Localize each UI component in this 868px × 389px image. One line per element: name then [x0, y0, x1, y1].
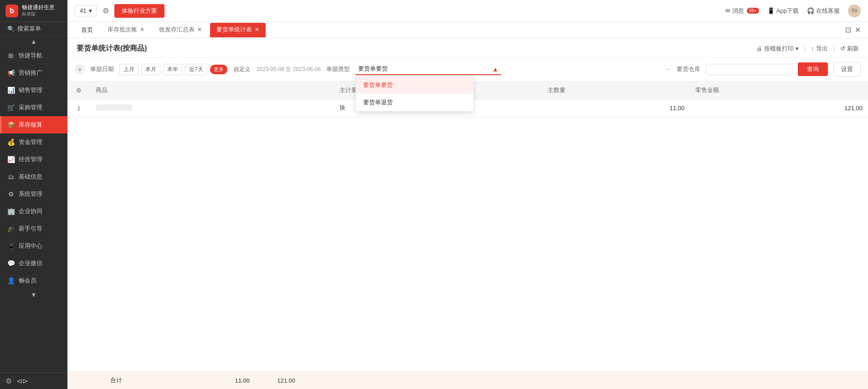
cell-qty: 11.00 [542, 99, 690, 117]
print-icon: 🖨 [756, 45, 762, 52]
type-input-container: ▲ 要货单要货 要货单退货 [355, 64, 501, 75]
tab-inventory-batch[interactable]: 库存批次账 ✕ [101, 23, 151, 37]
sidebar-scroll-down[interactable]: ▼ [0, 289, 67, 300]
export-btn[interactable]: ↑ 导出 [811, 45, 828, 53]
tab-close-all-btn[interactable]: ✕ [855, 26, 861, 34]
tab-home[interactable]: 首页 [75, 23, 99, 37]
sidebar-search[interactable]: 🔍 搜索菜单 [0, 22, 67, 36]
filter-row: » 单据日期 上月 本月 本年 近7天 更多 自定义 2023-05-06 至 … [75, 62, 861, 77]
tabs-actions: ⊡ ✕ [845, 26, 861, 34]
sidebar: b 畅捷通好生意 标准版 🔍 搜索菜单 ▲ ⊞快捷导航📢营销推广📊销售管理🛒采购… [0, 0, 67, 389]
messages-btn[interactable]: ✉ 消息 99+ [725, 7, 759, 15]
col-settings[interactable]: ⚙ [67, 82, 90, 99]
app-download-label: App下载 [776, 7, 799, 15]
date-custom-btn[interactable]: 自定义 [230, 64, 254, 75]
filter-more-icon[interactable]: ··· [665, 65, 671, 73]
tab-maximize-btn[interactable]: ⊡ [845, 26, 851, 34]
sidebar-item-newbie[interactable]: 🎓新手引导 [0, 220, 67, 237]
trial-btn[interactable]: 体验行业方案 [114, 4, 164, 18]
nav-icon-basic: 🗂 [7, 173, 15, 180]
sidebar-scroll-up[interactable]: ▲ [0, 36, 67, 47]
type-arrow-icon[interactable]: ▲ [492, 66, 498, 73]
avatar-text: Rit [852, 8, 857, 13]
nav-icon-system: ⚙ [7, 190, 15, 198]
page-actions: 🖨 按模板打印 ▾ | ↑ 导出 | ↺ 刷新 [756, 45, 859, 53]
settings-icon[interactable]: ⚙ [5, 377, 12, 385]
messages-badge: 99+ [747, 8, 759, 14]
sidebar-item-marketing[interactable]: 📢营销推广 [0, 64, 67, 82]
footer-label: 合计 [73, 376, 164, 384]
sidebar-item-appstore[interactable]: 📱应用中心 [0, 237, 67, 255]
service-btn[interactable]: 🎧 在线客服 [807, 7, 840, 15]
cell-seq: 1 [67, 99, 90, 117]
type-filter-input[interactable] [355, 64, 501, 75]
nav-label-appstore: 应用中心 [19, 242, 62, 250]
main-area: 41 ▾ ⚙ 体验行业方案 ✉ 消息 99+ 📱 App下载 🎧 在线客服 Ri… [67, 0, 868, 389]
date-more-btn[interactable]: 更多 [210, 65, 227, 74]
date-prev-month-btn[interactable]: 上月 [119, 64, 139, 75]
nav-icon-newbie: 🎓 [7, 225, 15, 232]
print-label: 按模板打印 [764, 45, 794, 53]
col-amount: 零售金额 [690, 82, 868, 99]
nav-label-quick-nav: 快捷导航 [19, 51, 62, 60]
type-option-order[interactable]: 要货单要货 [356, 77, 473, 94]
print-arrow-icon: ▾ [796, 45, 799, 52]
app-icon: 📱 [767, 7, 775, 14]
sidebar-item-basic[interactable]: 🗂基础信息 [0, 168, 67, 185]
warehouse-filter-input[interactable] [706, 64, 792, 75]
settings-btn[interactable]: 设置 [833, 62, 861, 77]
nav-label-inventory: 库存核算 [19, 121, 62, 129]
date-7days-btn[interactable]: 近7天 [185, 64, 207, 75]
type-option-return[interactable]: 要货单退货 [356, 94, 473, 111]
nav-label-finance: 资金管理 [19, 138, 62, 146]
footer-amount: 121.00 [255, 377, 301, 384]
sidebar-item-system[interactable]: ⚙系统管理 [0, 185, 67, 203]
app-name: 畅捷通好生意 [22, 4, 55, 11]
sidebar-item-operation[interactable]: 📈经营管理 [0, 151, 67, 168]
user-avatar[interactable]: Rit [848, 5, 861, 17]
nav-icon-inventory: 📦 [7, 121, 15, 128]
refresh-icon: ↺ [840, 45, 845, 52]
tab-inventory-batch-close[interactable]: ✕ [140, 26, 144, 33]
tab-requisition-stat[interactable]: 要货单统计表 ✕ [210, 23, 266, 37]
sidebar-item-finance[interactable]: 💰资金管理 [0, 133, 67, 151]
topbar-gear-icon[interactable]: ⚙ [103, 6, 109, 15]
topbar: 41 ▾ ⚙ 体验行业方案 ✉ 消息 99+ 📱 App下载 🎧 在线客服 Ri… [67, 0, 868, 22]
sidebar-item-quick-nav[interactable]: ⊞快捷导航 [0, 47, 67, 64]
refresh-btn[interactable]: ↺ 刷新 [840, 45, 859, 53]
sidebar-item-member[interactable]: 👤畅会员 [0, 272, 67, 289]
messages-label: 消息 [732, 7, 744, 15]
nav-label-basic: 基础信息 [19, 173, 62, 181]
sidebar-item-purchase[interactable]: 🛒采购管理 [0, 99, 67, 116]
type-filter-group: ▲ 要货单要货 要货单退货 [355, 64, 658, 75]
date-cur-month-btn[interactable]: 本月 [141, 64, 160, 75]
message-icon: ✉ [725, 7, 730, 14]
tab-collect-send-label: 收发存汇总表 [159, 26, 195, 34]
type-dropdown: 要货单要货 要货单退货 [355, 76, 474, 112]
date-cur-year-btn[interactable]: 本年 [163, 64, 182, 75]
col-product: 商品 [90, 82, 334, 99]
tab-collect-send[interactable]: 收发存汇总表 ✕ [153, 23, 208, 37]
sidebar-item-inventory[interactable]: 📦库存核算 [0, 116, 67, 133]
tenant-selector[interactable]: 41 ▾ [75, 5, 97, 16]
print-btn[interactable]: 🖨 按模板打印 ▾ [756, 45, 799, 53]
page-title: 要货单统计表(按商品) [77, 44, 147, 53]
nav-label-enterprise: 企业协同 [19, 207, 62, 215]
tab-requisition-stat-close[interactable]: ✕ [255, 26, 259, 33]
sidebar-item-enterprise[interactable]: 🏢企业协同 [0, 203, 67, 220]
date-range-display: 2023-05-06 至 2023-06-06 [257, 66, 321, 73]
sidebar-item-wechat[interactable]: 💬企业微信 [0, 255, 67, 272]
filter-expand-btn[interactable]: » [75, 64, 85, 74]
tab-collect-send-close[interactable]: ✕ [197, 26, 202, 33]
nav-icon-operation: 📈 [7, 156, 15, 163]
query-btn[interactable]: 查询 [798, 62, 828, 76]
page-header: 要货单统计表(按商品) 🖨 按模板打印 ▾ | ↑ 导出 | ↺ 刷新 [67, 38, 868, 57]
footer-qty: 11.00 [164, 377, 255, 384]
app-download-btn[interactable]: 📱 App下载 [767, 7, 799, 15]
page-content: 要货单统计表(按商品) 🖨 按模板打印 ▾ | ↑ 导出 | ↺ 刷新 [67, 38, 868, 389]
nav-label-operation: 经营管理 [19, 155, 62, 164]
tab-home-label: 首页 [81, 26, 93, 34]
tenant-value: 41 [80, 7, 86, 14]
sidebar-item-sales[interactable]: 📊销售管理 [0, 82, 67, 99]
collapse-icon[interactable]: ⊲⊳ [16, 377, 28, 385]
